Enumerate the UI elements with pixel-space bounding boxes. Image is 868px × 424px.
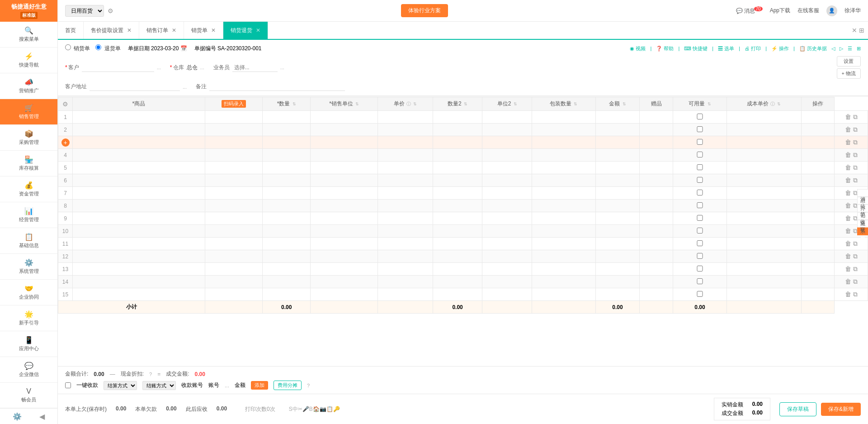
cell-5-5[interactable]	[482, 162, 532, 174]
cell-8-1[interactable]	[263, 200, 311, 212]
copy-icon-1[interactable]: ⧉	[853, 113, 858, 121]
toolbar-shortcut-link[interactable]: ⌨ 快捷键	[684, 45, 708, 52]
message-icon[interactable]: 💬 消息 70	[736, 6, 763, 15]
cell-3-5[interactable]	[482, 136, 532, 149]
copy-icon-15[interactable]: ⧉	[853, 291, 858, 298]
delete-icon-15[interactable]: 🗑	[845, 291, 851, 298]
delete-icon-5[interactable]: 🗑	[845, 164, 851, 172]
product-input-2[interactable]	[75, 127, 202, 133]
copy-icon-3[interactable]: ⧉	[853, 138, 858, 146]
product-input-10[interactable]	[75, 228, 202, 234]
cell-13-5[interactable]	[482, 263, 532, 276]
product-cell-5[interactable]	[73, 162, 205, 174]
product-cell-7[interactable]	[73, 187, 205, 200]
product-cell-15[interactable]	[73, 288, 205, 301]
gift-check-8[interactable]	[676, 202, 724, 208]
setup-button[interactable]: 设置	[837, 56, 861, 67]
cell-2-5[interactable]	[482, 124, 532, 136]
gift-cell-11[interactable]	[673, 238, 726, 250]
cell-11-7[interactable]	[595, 238, 640, 250]
cell-10-3[interactable]	[378, 225, 433, 238]
gift-check-10[interactable]	[676, 228, 724, 233]
tab-close[interactable]: ✕	[256, 27, 260, 33]
warehouse-more[interactable]: ...	[200, 65, 204, 70]
cell-10-7[interactable]	[595, 225, 640, 238]
cell-7-8[interactable]	[640, 187, 673, 200]
gift-cell-6[interactable]	[673, 174, 726, 187]
cell-14-7[interactable]	[595, 276, 640, 288]
cell-11-2[interactable]	[311, 238, 378, 250]
cell-5-7[interactable]	[595, 162, 640, 174]
cell-3-6[interactable]	[532, 136, 595, 149]
cell-7-4[interactable]	[433, 187, 482, 200]
float-btn-float5[interactable]: 联 系	[857, 220, 868, 228]
cell-14-6[interactable]	[532, 276, 595, 288]
product-cell-14[interactable]	[73, 276, 205, 288]
sidebar-item-enterprise[interactable]: 🤝企业协同	[0, 280, 57, 305]
radio-return[interactable]	[95, 44, 101, 50]
copy-icon-6[interactable]: ⧉	[853, 176, 858, 184]
sidebar-item-basic[interactable]: 📋基础信息	[0, 228, 57, 254]
delete-icon-11[interactable]: 🗑	[845, 240, 851, 248]
toolbar-list-icon[interactable]: ☰	[848, 46, 852, 52]
cell-9-7[interactable]	[595, 212, 640, 225]
address-more[interactable]: ...	[183, 84, 187, 90]
staff-input[interactable]	[232, 63, 278, 72]
cell-3-7[interactable]	[595, 136, 640, 149]
cell-1-6[interactable]	[532, 111, 595, 124]
delete-icon-8[interactable]: 🗑	[845, 202, 851, 210]
scan-button[interactable]: 扫码录入	[222, 100, 246, 108]
product-cell-13[interactable]	[73, 263, 205, 276]
cell-11-5[interactable]	[482, 238, 532, 250]
sidebar-item-shortcut[interactable]: ⚡快捷导航	[0, 48, 57, 73]
copy-icon-11[interactable]: ⧉	[853, 240, 858, 248]
cell-10-2[interactable]	[311, 225, 378, 238]
customer-more[interactable]: ...	[157, 65, 161, 70]
cell-2-7[interactable]	[595, 124, 640, 136]
copy-icon-13[interactable]: ⧉	[853, 265, 858, 273]
cell-5-4[interactable]	[433, 162, 482, 174]
cell-10-1[interactable]	[263, 225, 311, 238]
product-cell-11[interactable]	[73, 238, 205, 250]
cell-10-6[interactable]	[532, 225, 595, 238]
cell-4-4[interactable]	[433, 149, 482, 162]
save-new-button[interactable]: 保存&新增	[821, 403, 861, 416]
gift-check-12[interactable]	[676, 253, 724, 259]
date-picker-icon[interactable]: 📅	[180, 45, 187, 52]
cell-2-1[interactable]	[263, 124, 311, 136]
cell-15-0[interactable]	[205, 288, 263, 301]
cell-7-3[interactable]	[378, 187, 433, 200]
toolbar-grid-icon[interactable]: ⊞	[857, 46, 861, 52]
cell-15-5[interactable]	[482, 288, 532, 301]
cell-14-2[interactable]	[311, 276, 378, 288]
cell-6-4[interactable]	[433, 174, 482, 187]
cell-10-4[interactable]	[433, 225, 482, 238]
cell-8-5[interactable]	[482, 200, 532, 212]
gift-check-2[interactable]	[676, 126, 724, 132]
cell-3-3[interactable]	[378, 136, 433, 149]
product-input-6[interactable]	[75, 177, 202, 184]
gift-check-4[interactable]	[676, 152, 724, 157]
cell-15-6[interactable]	[532, 288, 595, 301]
sidebar-item-wechat[interactable]: 💬企业微信	[0, 357, 57, 383]
cell-5-3[interactable]	[378, 162, 433, 174]
cell-1-7[interactable]	[595, 111, 640, 124]
copy-icon-12[interactable]: ⧉	[853, 252, 858, 260]
toolbar-print-link[interactable]: 🖨 打印	[745, 45, 761, 52]
toolbar-operation-link[interactable]: ⚡ 操作	[771, 45, 789, 52]
cell-13-0[interactable]	[205, 263, 263, 276]
cell-6-8[interactable]	[640, 174, 673, 187]
product-cell-2[interactable]	[73, 124, 205, 136]
product-input-12[interactable]	[75, 253, 202, 260]
gift-cell-7[interactable]	[673, 187, 726, 200]
delete-icon-12[interactable]: 🗑	[845, 252, 851, 260]
cell-5-8[interactable]	[640, 162, 673, 174]
cell-9-4[interactable]	[433, 212, 482, 225]
cell-11-6[interactable]	[532, 238, 595, 250]
copy-icon-4[interactable]: ⧉	[853, 151, 858, 159]
cell-9-2[interactable]	[311, 212, 378, 225]
one-click-pay-check[interactable]	[65, 382, 71, 388]
cell-8-2[interactable]	[311, 200, 378, 212]
product-cell-6[interactable]	[73, 174, 205, 187]
staff-more[interactable]: ...	[280, 65, 284, 70]
